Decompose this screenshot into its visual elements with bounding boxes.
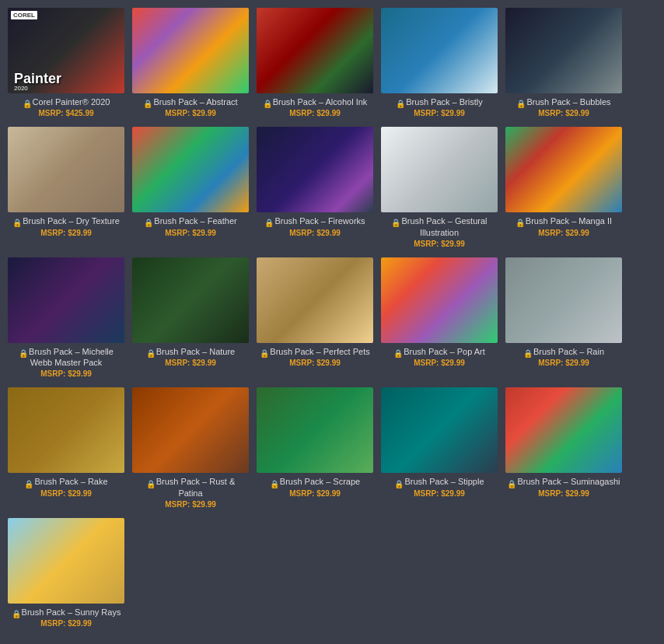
lock-icon [263, 98, 271, 107]
product-item-brush-rust[interactable]: Brush Pack – Rust & PatinaMSRP: $29.99 [132, 387, 249, 510]
product-name: Brush Pack – Suminagashi [507, 476, 620, 487]
lock-icon [391, 217, 399, 226]
product-name: Brush Pack – Alcohol Ink [258, 96, 372, 107]
product-thumbnail [8, 387, 124, 473]
product-thumbnail [381, 127, 498, 212]
product-item-brush-bubbles[interactable]: Brush Pack – BubblesMSRP: $29.99 [505, 8, 622, 119]
product-price: MSRP: $29.99 [383, 359, 496, 367]
product-price: MSRP: $29.99 [383, 240, 496, 248]
product-price: MSRP: $29.99 [507, 109, 620, 117]
product-info: Brush Pack – Dry TextureMSRP: $29.99 [8, 212, 124, 238]
product-item-brush-fireworks[interactable]: Brush Pack – FireworksMSRP: $29.99 [257, 127, 373, 250]
product-info: Corel Painter® 2020MSRP: $425.99 [8, 93, 124, 119]
corel-logo: COREL [11, 11, 37, 19]
product-price: MSRP: $29.99 [383, 109, 496, 117]
product-thumbnail [381, 257, 498, 343]
product-item-brush-abstract[interactable]: Brush Pack – AbstractMSRP: $29.99 [132, 8, 249, 119]
product-item-brush-feather[interactable]: Brush Pack – FeatherMSRP: $29.99 [132, 127, 249, 250]
product-name: Brush Pack – Perfect Pets [258, 346, 372, 357]
product-price: MSRP: $29.99 [507, 359, 620, 367]
product-thumbnail [132, 8, 249, 93]
product-info: Brush Pack – Sunny RaysMSRP: $29.99 [8, 604, 124, 629]
product-price: MSRP: $29.99 [258, 109, 372, 117]
lock-icon [12, 217, 20, 226]
product-price: MSRP: $29.99 [134, 109, 247, 117]
product-item-brush-dry[interactable]: Brush Pack – Dry TextureMSRP: $29.99 [8, 127, 124, 250]
lock-icon [144, 217, 152, 226]
product-item-brush-manga[interactable]: Brush Pack – Manga IIMSRP: $29.99 [505, 127, 622, 250]
product-info: Brush Pack – RakeMSRP: $29.99 [8, 473, 124, 499]
lock-icon [146, 348, 154, 357]
lock-icon [260, 348, 267, 357]
lock-icon [515, 217, 523, 226]
product-name: Brush Pack – Rust & Patina [134, 476, 247, 499]
lock-icon [507, 478, 515, 488]
product-thumbnail [257, 257, 373, 343]
product-info: Brush Pack – FeatherMSRP: $29.99 [132, 212, 249, 238]
lock-icon [12, 608, 19, 618]
product-thumbnail [132, 387, 249, 473]
lock-icon [396, 98, 404, 107]
product-price: MSRP: $29.99 [507, 229, 620, 237]
painter-version: 2020 [14, 85, 28, 92]
product-name: Brush Pack – Fireworks [258, 215, 372, 226]
product-item-brush-nature[interactable]: Brush Pack – NatureMSRP: $29.99 [132, 257, 249, 380]
product-info: Brush Pack – Pop ArtMSRP: $29.99 [381, 343, 498, 369]
product-name: Brush Pack – Manga II [507, 215, 620, 226]
product-item-brush-stipple[interactable]: Brush Pack – StippleMSRP: $29.99 [381, 387, 498, 510]
product-name: Brush Pack – Nature [134, 346, 247, 357]
product-thumbnail: CORELPainter2020 [8, 8, 124, 93]
product-price: MSRP: $29.99 [383, 489, 496, 498]
product-item-corel-painter[interactable]: CORELPainter2020Corel Painter® 2020MSRP:… [8, 8, 124, 119]
product-grid: CORELPainter2020Corel Painter® 2020MSRP:… [8, 8, 656, 629]
product-info: Brush Pack – Alcohol InkMSRP: $29.99 [257, 93, 373, 119]
product-price: MSRP: $425.99 [9, 109, 123, 117]
product-name: Brush Pack – Stipple [383, 476, 496, 487]
product-price: MSRP: $29.99 [9, 369, 123, 378]
product-price: MSRP: $29.99 [258, 359, 372, 367]
product-thumbnail [132, 127, 249, 212]
product-item-brush-alcohol[interactable]: Brush Pack – Alcohol InkMSRP: $29.99 [257, 8, 373, 119]
product-item-brush-pop[interactable]: Brush Pack – Pop ArtMSRP: $29.99 [381, 257, 498, 380]
product-info: Brush Pack – ScrapeMSRP: $29.99 [257, 473, 373, 499]
product-item-brush-pets[interactable]: Brush Pack – Perfect PetsMSRP: $29.99 [257, 257, 373, 380]
product-item-brush-rain[interactable]: Brush Pack – RainMSRP: $29.99 [505, 257, 622, 380]
product-thumbnail [505, 257, 622, 343]
product-price: MSRP: $29.99 [9, 229, 123, 237]
product-info: Brush Pack – RainMSRP: $29.99 [505, 343, 622, 369]
product-item-brush-gestural[interactable]: Brush Pack – Gestural IllustrationMSRP: … [381, 127, 498, 250]
lock-icon [146, 478, 154, 488]
product-item-brush-scrape[interactable]: Brush Pack – ScrapeMSRP: $29.99 [257, 387, 373, 510]
lock-icon [394, 478, 402, 488]
product-thumbnail [132, 257, 249, 343]
product-name: Brush Pack – Rake [9, 476, 123, 487]
product-name: Brush Pack – Scrape [258, 476, 372, 487]
lock-icon [393, 348, 401, 357]
product-price: MSRP: $29.99 [258, 489, 372, 498]
product-info: Brush Pack – BubblesMSRP: $29.99 [505, 93, 622, 119]
product-info: Brush Pack – Rust & PatinaMSRP: $29.99 [132, 473, 249, 510]
lock-icon [516, 98, 524, 107]
product-item-brush-sunny[interactable]: Brush Pack – Sunny RaysMSRP: $29.99 [8, 518, 124, 629]
product-price: MSRP: $29.99 [258, 229, 372, 237]
product-price: MSRP: $29.99 [9, 619, 123, 628]
product-info: Brush Pack – NatureMSRP: $29.99 [132, 343, 249, 369]
product-thumbnail [381, 8, 498, 93]
product-item-brush-michelle[interactable]: Brush Pack – Michelle Webb Master PackMS… [8, 257, 124, 380]
lock-icon [143, 98, 151, 107]
product-name: Brush Pack – Abstract [134, 96, 247, 107]
product-item-brush-bristly[interactable]: Brush Pack – BristlyMSRP: $29.99 [381, 8, 498, 119]
product-item-brush-suminagashi[interactable]: Brush Pack – SuminagashiMSRP: $29.99 [505, 387, 622, 510]
product-name: Brush Pack – Rain [507, 346, 620, 357]
lock-icon [23, 98, 30, 107]
product-item-brush-rake[interactable]: Brush Pack – RakeMSRP: $29.99 [8, 387, 124, 510]
product-name: Brush Pack – Michelle Webb Master Pack [9, 346, 123, 369]
product-info: Brush Pack – FireworksMSRP: $29.99 [257, 212, 373, 238]
lock-icon [264, 217, 272, 226]
product-info: Brush Pack – BristlyMSRP: $29.99 [381, 93, 498, 119]
product-name: Brush Pack – Bristly [383, 96, 496, 107]
product-thumbnail [505, 8, 622, 93]
product-thumbnail [257, 387, 373, 473]
lock-icon [523, 348, 531, 357]
product-name: Brush Pack – Sunny Rays [9, 607, 123, 618]
